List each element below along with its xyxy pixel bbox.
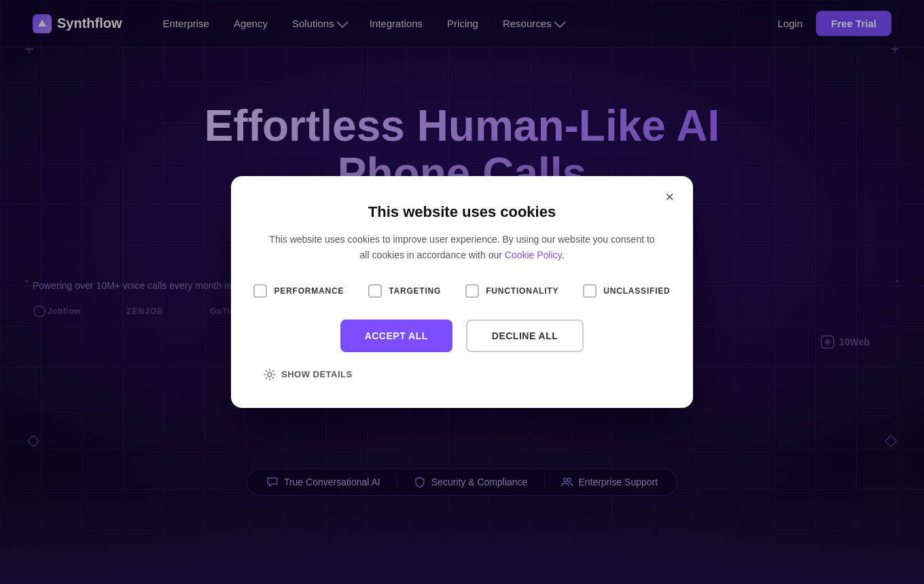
modal-body: This website uses cookies to improve use… bbox=[264, 232, 660, 262]
cookie-option-functionality[interactable]: FUNCTIONALITY bbox=[465, 284, 558, 298]
cookie-modal-overlay: × This website uses cookies This website… bbox=[0, 0, 924, 584]
gear-icon bbox=[264, 368, 276, 381]
cookie-option-unclassified[interactable]: UNCLASSIFIED bbox=[583, 284, 670, 298]
cookie-option-targeting[interactable]: TARGETING bbox=[368, 284, 441, 298]
functionality-checkbox[interactable] bbox=[465, 284, 479, 298]
modal-title: This website uses cookies bbox=[264, 203, 660, 221]
svg-point-7 bbox=[268, 373, 272, 377]
cookie-option-performance[interactable]: PERFORMANCE bbox=[253, 284, 344, 298]
cookie-modal: × This website uses cookies This website… bbox=[231, 176, 693, 408]
accept-all-button[interactable]: ACCEPT ALL bbox=[340, 320, 452, 352]
modal-close-button[interactable]: × bbox=[660, 187, 679, 207]
cookie-options: PERFORMANCE TARGETING FUNCTIONALITY UNCL… bbox=[264, 284, 660, 298]
decline-all-button[interactable]: DECLINE ALL bbox=[466, 320, 584, 352]
modal-buttons: ACCEPT ALL DECLINE ALL bbox=[264, 320, 660, 352]
cookie-policy-link[interactable]: Cookie Policy bbox=[505, 250, 562, 260]
show-details-button[interactable]: SHOW DETAILS bbox=[264, 368, 353, 381]
performance-checkbox[interactable] bbox=[253, 284, 267, 298]
unclassified-checkbox[interactable] bbox=[583, 284, 597, 298]
targeting-checkbox[interactable] bbox=[368, 284, 382, 298]
